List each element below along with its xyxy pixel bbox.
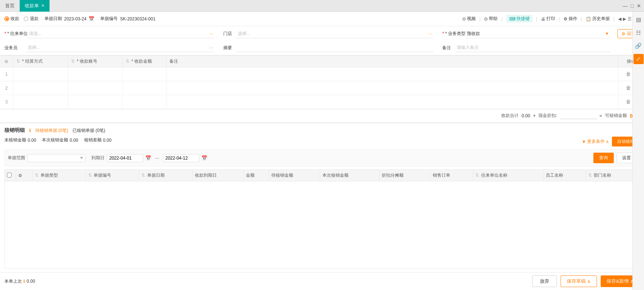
footer-info-icon[interactable]: ℹ [23, 279, 25, 284]
history-btn[interactable]: 📋 历史单据 [586, 16, 610, 22]
right-panel-table-icon[interactable]: ▤ [633, 15, 644, 25]
verify-actions: ▼ 更多条件 ∧ 自动核销 [582, 137, 640, 146]
biz-type-dropdown-icon[interactable]: ▼ [604, 31, 610, 36]
col-bill-type-sort[interactable]: ⇅ [35, 173, 39, 178]
right-panel-link-icon[interactable]: 🔗 [633, 41, 644, 51]
date-from-input[interactable] [107, 154, 143, 162]
tab-close-icon[interactable]: ✕ [41, 3, 44, 8]
col-bill-date: ⇅ 单据日期 [139, 170, 192, 181]
row-2-delete-icon[interactable]: 🗑 [626, 85, 631, 91]
counterpart-label: * 往来单位 [4, 31, 28, 37]
filter-chevron-icon: ∧ [606, 139, 609, 144]
summary-input-wrap[interactable] [236, 43, 433, 52]
row-3-delete-icon[interactable]: 🗑 [626, 99, 631, 105]
range-select[interactable] [27, 154, 86, 162]
filter-label: 更多条件 [587, 138, 605, 145]
range-field: 单据范围 [8, 154, 86, 162]
row-1-delete-icon[interactable]: 🗑 [626, 71, 631, 77]
tab-receipt-label: 收款单 [25, 3, 39, 9]
next-icon[interactable]: ▶ [623, 16, 626, 21]
operation-btn[interactable]: ⚙ 操作 [564, 16, 577, 22]
prev-icon[interactable]: ◀ [618, 16, 621, 21]
pending-tab[interactable]: 待核销单据 (0笔) [35, 128, 68, 134]
discount-input[interactable] [560, 112, 597, 119]
stat-diff-value: 0.00 [103, 138, 111, 143]
staff-input-wrap[interactable]: 选择... ··· [26, 43, 215, 52]
col-amount-sort-icon[interactable]: ⇅ [126, 59, 129, 64]
verify-info-icon[interactable]: ℹ [29, 128, 31, 133]
window-close-icon[interactable]: ✕ [637, 3, 641, 9]
radio-receipt[interactable]: 收款 [4, 16, 19, 22]
done-tab[interactable]: 已核销单据 (0笔) [72, 128, 105, 134]
video-btn[interactable]: ⊙ 视频 [462, 16, 476, 22]
date-to-input[interactable] [163, 154, 199, 162]
staff-field: 业务员 选择... ··· [4, 43, 215, 52]
counterpart-more-icon[interactable]: ··· [208, 31, 215, 36]
col-amount: ⇅ * 收款金额 [122, 56, 166, 67]
verify-stats-row: 未核销金额 0.00 本次核销金额 0.00 核销差额 0.00 ▼ 更多条件 … [4, 137, 640, 146]
radio-refund-circle [24, 16, 28, 21]
query-btn[interactable]: 查询 [593, 153, 614, 163]
staff-more-icon[interactable]: ··· [208, 45, 215, 50]
col-bill-no-sort[interactable]: ⇅ [88, 173, 92, 178]
help-btn[interactable]: ⊙ 帮助 [484, 16, 498, 22]
store-input-wrap[interactable]: 选择... ··· [236, 30, 433, 38]
row-1-settlement[interactable] [13, 67, 68, 81]
footer-left: 本单上次 ℹ 0.00 [4, 278, 35, 285]
tab-home[interactable]: 首页 [0, 0, 20, 12]
biz-type-field: * 业务类型 预收款 ▼ [442, 30, 610, 38]
gear-icon[interactable]: ⚙ [4, 59, 8, 64]
date-from-calendar-icon[interactable]: 📅 [145, 155, 151, 161]
col-account-sort-icon[interactable]: ⇅ [71, 59, 75, 64]
col-counterpart-sort[interactable]: ⇅ [475, 173, 479, 178]
col-dept-sort[interactable]: ⇅ [588, 173, 592, 178]
window-minimize-icon[interactable]: — [623, 3, 628, 9]
row-2-remark[interactable] [166, 81, 619, 95]
row-3-account[interactable] [68, 95, 122, 109]
row-1-remark[interactable] [166, 67, 619, 81]
col-amount-label: * 收款金额 [131, 59, 152, 64]
col-bill-no-label: 单据编号 [94, 173, 111, 178]
gear-bottom-icon[interactable]: ⚙ [18, 173, 22, 178]
right-panel-expand-icon[interactable]: ⤢ [633, 54, 644, 64]
row-1-account[interactable] [68, 67, 122, 81]
date-to-calendar-icon[interactable]: 📅 [201, 155, 207, 161]
row-2-account[interactable] [68, 81, 122, 95]
col-settlement-sort-icon[interactable]: ⇅ [16, 59, 20, 64]
total-label: 收款合计 [501, 113, 519, 119]
col-gear[interactable]: ⚙ [0, 56, 13, 67]
verify-header: 核销明细 ℹ 待核销单据 (0笔) 已核销单据 (0笔) [4, 127, 640, 134]
window-maximize-icon[interactable]: □ [631, 3, 634, 9]
radio-refund[interactable]: 退款 [24, 16, 39, 22]
counterpart-input-wrap[interactable]: 请选... ··· [28, 30, 215, 38]
col-pending-label: 待核销金额 [271, 173, 293, 178]
print-btn[interactable]: 🖨 打印 [541, 16, 555, 22]
row-2-settlement[interactable] [13, 81, 68, 95]
row-3-settlement[interactable] [13, 95, 68, 109]
col-settlement-label: * 结算方式 [22, 59, 43, 64]
col-bill-date-sort[interactable]: ⇅ [141, 173, 145, 178]
row-3-remark[interactable] [166, 95, 619, 109]
footer-btns: 放弃 保存草稿 ∧ 保存&新增 ∧ [532, 275, 640, 287]
abandon-btn[interactable]: 放弃 [532, 275, 557, 287]
select-all-checkbox[interactable] [7, 173, 12, 177]
draft-btn[interactable]: 保存草稿 ∧ [561, 275, 597, 287]
col-staff-name: 员工名称 [543, 170, 586, 181]
verify-title: 核销明细 [4, 127, 25, 134]
row-3-amount[interactable] [122, 95, 166, 109]
more-filter-btn[interactable]: ▼ 更多条件 ∧ [582, 138, 609, 145]
stat-this-verify: 本次核销金额 0.00 [42, 137, 78, 143]
biz-type-input-wrap[interactable]: 预收款 ▼ [466, 30, 610, 38]
store-more-icon[interactable]: ··· [427, 31, 433, 36]
tab-receipt[interactable]: 收款单 ✕ [20, 0, 50, 12]
shortcut-btn[interactable]: ⌨ 快捷键 [506, 15, 533, 23]
row-2-amount[interactable] [122, 81, 166, 95]
col-discount-label: 折扣分摊额 [382, 173, 404, 178]
row-1-amount[interactable] [122, 67, 166, 81]
remark-input-wrap[interactable]: 请输入备注 [455, 43, 610, 52]
right-panel-list-icon[interactable]: ☷ [633, 28, 644, 38]
calendar-icon[interactable]: 📅 [89, 16, 94, 21]
list-view-icon[interactable]: ☰ [628, 16, 632, 21]
col-gear-bottom[interactable]: ⚙ [16, 170, 32, 181]
col-checkbox[interactable] [5, 170, 16, 181]
